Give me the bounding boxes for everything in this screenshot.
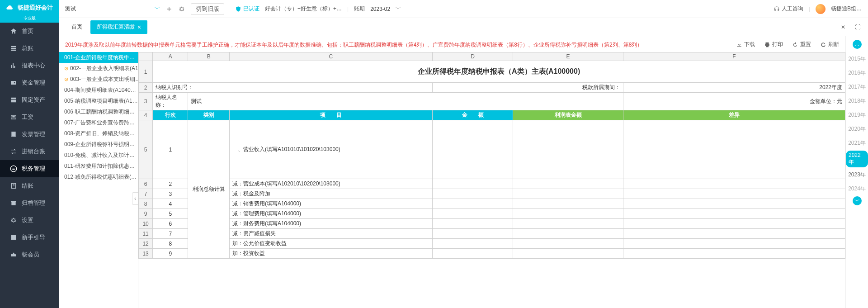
- cell-profit[interactable]: [513, 219, 623, 229]
- reset-button[interactable]: 重置: [792, 41, 811, 48]
- cell-line[interactable]: 2: [153, 179, 188, 189]
- cell-line[interactable]: 4: [153, 199, 188, 209]
- year-item[interactable]: 2022年: [846, 151, 868, 167]
- period-value[interactable]: 2023-02: [370, 6, 390, 12]
- row-num[interactable]: 4: [139, 110, 153, 120]
- row-num[interactable]: 6: [139, 179, 153, 189]
- year-item[interactable]: 2019年: [848, 109, 866, 122]
- cell-amount[interactable]: [432, 120, 513, 179]
- form-list-item[interactable]: 005-纳税调整项目明细表(A1…: [59, 95, 138, 106]
- row-num[interactable]: 1: [139, 61, 153, 83]
- row-num[interactable]: 12: [139, 239, 153, 249]
- nav-tax[interactable]: 税务管理: [0, 160, 59, 177]
- scroll-down-button[interactable]: ﹀: [853, 196, 862, 205]
- cell-line[interactable]: 8: [153, 239, 188, 249]
- row-num[interactable]: 2: [139, 83, 153, 93]
- cell-item[interactable]: 加：投资收益: [229, 249, 432, 259]
- cell-amount[interactable]: [432, 179, 513, 189]
- nav-settings[interactable]: 设置: [0, 212, 59, 229]
- year-item[interactable]: 2018年: [848, 95, 866, 108]
- nav-invoice[interactable]: 发票管理: [0, 126, 59, 143]
- cell-profit[interactable]: [513, 249, 623, 259]
- cell-amount[interactable]: [432, 249, 513, 259]
- cell-amount[interactable]: [432, 209, 513, 219]
- close-icon[interactable]: ×: [137, 24, 141, 31]
- cell-item[interactable]: 加：公允价值变动收益: [229, 239, 432, 249]
- form-list-item[interactable]: 007-广告费和业务宣传费跨…: [59, 117, 138, 128]
- cell-item[interactable]: 减：资产减值损失: [229, 229, 432, 239]
- col-d[interactable]: D: [432, 52, 513, 61]
- cell-profit[interactable]: [513, 120, 623, 179]
- nav-home[interactable]: 首页: [0, 23, 59, 40]
- refresh-button[interactable]: 刷新: [820, 41, 839, 48]
- cell-line[interactable]: 6: [153, 219, 188, 229]
- nav-assets[interactable]: 固定资产: [0, 91, 59, 109]
- form-list-item[interactable]: 012-减免所得税优惠明细表(…: [59, 171, 138, 182]
- cell-line[interactable]: 1: [153, 120, 188, 179]
- cell-amount[interactable]: [432, 219, 513, 229]
- year-item[interactable]: 2024年: [848, 182, 866, 195]
- form-list-item[interactable]: ⊘003-一般企业成本支出明细…: [59, 74, 138, 85]
- cell-diff[interactable]: [623, 219, 845, 229]
- col-a[interactable]: A: [153, 52, 188, 61]
- cell-profit[interactable]: [513, 199, 623, 209]
- tab-tax-settlement[interactable]: 所得税汇算清缴 ×: [90, 20, 147, 34]
- cell-item[interactable]: 减：销售费用(填写A104000): [229, 199, 432, 209]
- form-list-item[interactable]: 010-免税、减计收入及加计…: [59, 150, 138, 161]
- col-f[interactable]: F: [623, 52, 845, 61]
- cell-amount[interactable]: [432, 239, 513, 249]
- nav-vip[interactable]: 畅会员: [0, 246, 59, 263]
- row-num[interactable]: 5: [139, 120, 153, 179]
- print-button[interactable]: 打印: [764, 41, 783, 48]
- col-e[interactable]: E: [513, 52, 623, 61]
- row-num[interactable]: 9: [139, 209, 153, 219]
- cell-line[interactable]: 7: [153, 229, 188, 239]
- cell-item[interactable]: 减：营业成本(填写A102010\102020\103000): [229, 179, 432, 189]
- row-num[interactable]: 7: [139, 189, 153, 199]
- support-link[interactable]: 人工咨询: [774, 5, 803, 13]
- cell-diff[interactable]: [623, 209, 845, 219]
- download-button[interactable]: 下载: [736, 41, 755, 48]
- expand-button[interactable]: ⛶: [854, 23, 862, 31]
- cell-profit[interactable]: [513, 239, 623, 249]
- form-list-item[interactable]: 001-企业所得税年度纳税申…: [59, 52, 138, 63]
- nav-ledger[interactable]: 总账: [0, 40, 59, 57]
- cell-category[interactable]: 利润总额计算: [188, 120, 230, 259]
- cell-diff[interactable]: [623, 249, 845, 259]
- cell-line[interactable]: 3: [153, 189, 188, 199]
- tab-home[interactable]: 首页: [65, 20, 89, 34]
- col-b[interactable]: B: [188, 52, 230, 61]
- cell-item[interactable]: 减：财务费用(填写A104000): [229, 219, 432, 229]
- nav-guide[interactable]: 新手引导: [0, 229, 59, 246]
- year-item[interactable]: 2017年: [848, 81, 866, 94]
- cell-line[interactable]: 5: [153, 209, 188, 219]
- spreadsheet[interactable]: A B C D E F 1 企业所得税年度纳税申报表（A类）主表(A100000…: [138, 52, 845, 308]
- cell-diff[interactable]: [623, 229, 845, 239]
- cell-profit[interactable]: [513, 209, 623, 219]
- cell-amount[interactable]: [432, 199, 513, 209]
- cell-line[interactable]: 9: [153, 249, 188, 259]
- col-c[interactable]: C: [229, 52, 432, 61]
- cell-diff[interactable]: [623, 239, 845, 249]
- cell-item[interactable]: 一、营业收入(填写A101010\101020\103000): [229, 120, 432, 179]
- nav-salary[interactable]: 工资: [0, 109, 59, 126]
- close-all-button[interactable]: ✕: [839, 23, 847, 31]
- gear-icon[interactable]: [178, 5, 185, 13]
- cell-item[interactable]: 减：税金及附加: [229, 189, 432, 199]
- cell-amount[interactable]: [432, 229, 513, 239]
- nav-close[interactable]: 结账: [0, 177, 59, 194]
- cell-item[interactable]: 减：管理费用(填写A104000): [229, 209, 432, 219]
- cell-diff[interactable]: [623, 189, 845, 199]
- collapse-button[interactable]: ‹: [132, 192, 138, 205]
- org-dropdown[interactable]: 测试 ﹀: [65, 5, 160, 13]
- form-list-item[interactable]: ⊘002-一般企业收入明细表(A1…: [59, 63, 138, 74]
- year-item[interactable]: 2015年: [848, 52, 866, 66]
- cell-diff[interactable]: [623, 199, 845, 209]
- form-list-item[interactable]: 009-企业所得税弥补亏损明…: [59, 139, 138, 150]
- row-num[interactable]: 3: [139, 93, 153, 110]
- year-item[interactable]: 2023年: [848, 168, 866, 181]
- avatar[interactable]: [816, 4, 826, 14]
- form-list-item[interactable]: 011-研发费用加计扣除优惠…: [59, 161, 138, 171]
- cell-profit[interactable]: [513, 229, 623, 239]
- form-list-item[interactable]: 008-资产折旧、摊销及纳税…: [59, 128, 138, 139]
